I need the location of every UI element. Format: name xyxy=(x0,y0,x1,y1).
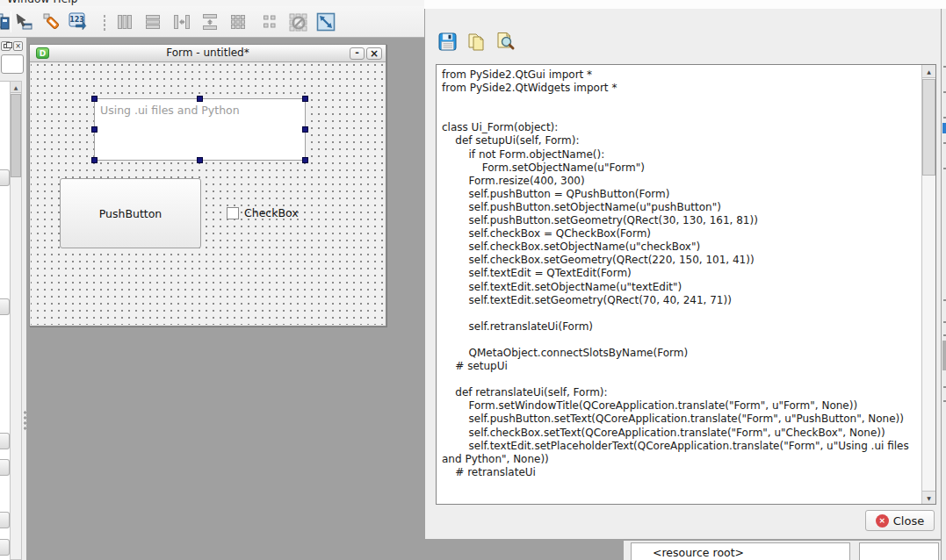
edit-signals-slots-icon[interactable] xyxy=(12,11,35,33)
scroll-up-icon[interactable]: ▲ xyxy=(11,82,21,93)
find-icon[interactable] xyxy=(494,30,516,53)
resource-tree[interactable]: <resource root> xyxy=(631,542,850,560)
toolbar-separator xyxy=(11,11,11,32)
form-canvas[interactable]: Using .ui files and Python PushButton Ch… xyxy=(30,62,386,326)
close-button[interactable]: × Close xyxy=(865,510,935,531)
selection-handle-n[interactable] xyxy=(197,96,203,102)
widget-box-list xyxy=(0,81,10,560)
form-close-button[interactable]: × xyxy=(366,47,382,60)
checkbox-label: CheckBox xyxy=(244,206,299,219)
layout-vertical-splitter-icon[interactable] xyxy=(199,11,221,33)
selection-handle-ne[interactable] xyxy=(302,96,308,102)
scroll-up-icon[interactable]: ▲ xyxy=(922,65,935,78)
code-preview-dialog: from PySide2.QtGui import * from PySide2… xyxy=(424,9,941,540)
form-minimize-button[interactable]: - xyxy=(350,47,365,60)
widget-box-category-header[interactable] xyxy=(0,169,10,186)
resource-list[interactable] xyxy=(859,542,939,560)
break-layout-icon[interactable] xyxy=(286,11,309,33)
adjust-size-icon[interactable] xyxy=(314,11,337,33)
selection-handle-w[interactable] xyxy=(91,126,97,133)
selected-item-sliver xyxy=(942,123,946,133)
form-designer-window: D Form - untitled* - × Using .ui files a… xyxy=(29,44,386,327)
copy-icon[interactable] xyxy=(465,30,487,53)
widget-box-category-header[interactable] xyxy=(0,512,10,528)
layout-vertical-icon[interactable] xyxy=(141,11,164,33)
selection-handle-sw[interactable] xyxy=(91,157,97,163)
widget-box-category-header[interactable] xyxy=(0,298,10,315)
edit-buddies-icon[interactable] xyxy=(40,11,63,33)
code-scrollbar[interactable]: ▲ ▼ xyxy=(921,65,935,504)
widget-box-scrollbar[interactable]: ▲ xyxy=(10,81,22,560)
toolbar-drag-handle[interactable] xyxy=(103,14,106,32)
menubar-items[interactable]: Window Help xyxy=(7,0,78,5)
selection-handle-nw[interactable] xyxy=(91,96,97,102)
qt-designer-screen: Window Help xyxy=(0,0,946,560)
right-dock-sliver xyxy=(941,9,946,560)
textedit-placeholder: Using .ui files and Python xyxy=(95,99,305,121)
generated-code[interactable]: from PySide2.QtGui import * from PySide2… xyxy=(437,65,921,504)
widget-box-category-header[interactable] xyxy=(0,433,10,449)
selection-handle-s[interactable] xyxy=(197,157,203,163)
form-titlebar[interactable]: D Form - untitled* - × xyxy=(30,45,386,62)
widget-box-scrollbar-thumb[interactable] xyxy=(11,94,21,177)
close-icon: × xyxy=(876,514,889,528)
layout-grid-icon[interactable] xyxy=(227,11,249,33)
save-icon[interactable] xyxy=(436,30,459,53)
close-icon: × xyxy=(15,43,21,50)
checkbox-box[interactable] xyxy=(227,207,239,219)
widget-box-panel: × ▲ xyxy=(0,38,26,560)
code-scrollbar-thumb[interactable] xyxy=(922,79,935,176)
code-preview-toolbar xyxy=(436,30,516,56)
pushbutton-widget[interactable]: PushButton xyxy=(60,178,201,248)
layout-form-icon[interactable] xyxy=(258,11,281,33)
widget-box-search-input[interactable] xyxy=(1,54,24,74)
textedit-widget[interactable]: Using .ui files and Python xyxy=(94,98,306,161)
widget-box-category-header[interactable] xyxy=(0,539,10,556)
code-viewer[interactable]: from PySide2.QtGui import * from PySide2… xyxy=(436,64,936,505)
selection-handle-se[interactable] xyxy=(302,157,308,163)
widget-box-float-button[interactable] xyxy=(1,41,11,51)
edit-widgets-icon[interactable] xyxy=(0,11,10,33)
right-scrollbar-thumb[interactable] xyxy=(942,341,946,370)
close-button-label: Close xyxy=(893,514,924,528)
widget-box-close-button[interactable]: × xyxy=(13,41,23,51)
form-window-title: Form - untitled* xyxy=(30,47,386,59)
layout-horizontal-splitter-icon[interactable] xyxy=(170,11,193,33)
resource-browser-panel: <resource root> xyxy=(624,541,941,560)
layout-horizontal-icon[interactable] xyxy=(113,11,136,33)
svg-text:123: 123 xyxy=(69,16,84,24)
checkbox-widget[interactable]: CheckBox xyxy=(227,195,315,231)
scroll-down-icon[interactable]: ▼ xyxy=(922,491,935,504)
widget-box-category-header[interactable] xyxy=(0,459,10,476)
dock-splitter-handle[interactable] xyxy=(24,410,26,431)
float-icon xyxy=(4,44,8,48)
resource-root-item[interactable]: <resource root> xyxy=(632,543,849,559)
dialog-top-strip xyxy=(424,0,946,9)
edit-tab-order-icon[interactable]: 123 xyxy=(67,11,90,33)
selection-handle-e[interactable] xyxy=(302,126,308,133)
